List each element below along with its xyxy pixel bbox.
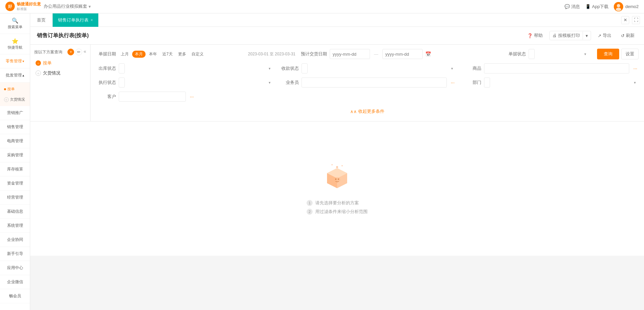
print-label: 按模板打印 [558, 33, 580, 38]
orders-icon [4, 88, 6, 90]
sidebar-item-quick-nav[interactable]: ⭐ 快捷导航 [0, 34, 30, 54]
sidebar-item-appstore[interactable]: 应用中心 [0, 261, 30, 275]
collapse-sidebar-button[interactable]: « [84, 49, 86, 55]
salesperson-input[interactable] [302, 78, 447, 88]
date-tab-more[interactable]: 更多 [176, 51, 188, 58]
expand-tab-button[interactable]: ⛶ [632, 16, 640, 24]
filter-sidebar-title: 按以下方案查询 [34, 49, 62, 55]
empty-steps: 1 请先选择要分析的方案 2 用过滤条件来缩小分析范围 [307, 200, 368, 217]
add-scheme-button[interactable]: + [67, 49, 74, 55]
sidebar-purchase-label: 采购管理 [1, 152, 29, 158]
sidebar-item-system[interactable]: 系统管理 [0, 219, 30, 233]
sidebar-item-ecommerce[interactable]: 电商管理 [0, 134, 30, 148]
filter-main: 单据日期 上月 本月 本年 近7天 更多 自定义 2023-03-01 至 20… [91, 45, 644, 121]
user-menu[interactable]: demo2 [614, 2, 639, 11]
sidebar-item-wechat[interactable]: 企业微信 [0, 275, 30, 289]
sidebar-item-member[interactable]: 畅会员 [0, 289, 30, 303]
help-button[interactable]: ❓ 帮助 [525, 31, 545, 40]
sidebar-collab-label: 企业协同 [1, 237, 29, 243]
filter-sidebar: 按以下方案查询 + ✏ « [30, 45, 91, 121]
expected-date-to-input[interactable] [382, 49, 423, 59]
refresh-button[interactable]: ↺ 刷新 [618, 31, 637, 40]
sidebar-item-sales[interactable]: 销售管理 [0, 120, 30, 134]
sidebar-item-operations[interactable]: 经营管理 [0, 191, 30, 205]
sidebar-retail-label: 零售管理 [6, 58, 22, 64]
date-tab-this-year[interactable]: 本年 [147, 51, 159, 58]
salesperson-more-button[interactable]: ··· [449, 80, 456, 85]
calendar-icon[interactable]: 📅 [425, 51, 431, 57]
sidebar-item-finance[interactable]: 资金管理 [0, 176, 30, 191]
sidebar-item-purchase[interactable]: 采购管理 [0, 148, 30, 162]
scheme-item-shortage[interactable]: ○ 欠货情况 [34, 68, 86, 78]
svg-point-9 [341, 165, 343, 166]
sidebar-sub-item-orders[interactable]: 按单 [0, 84, 30, 94]
sidebar-finance-label: 资金管理 [1, 180, 29, 186]
query-button[interactable]: 查询 [597, 49, 619, 59]
close-all-tabs-button[interactable]: ✕ [621, 16, 629, 24]
execution-status-select[interactable] [119, 78, 125, 88]
date-tabs-group: 上月 本月 本年 近7天 更多 自定义 [119, 51, 245, 58]
salesperson-field: 业务员 ··· [279, 78, 456, 88]
date-tab-this-month[interactable]: 本月 [132, 51, 146, 58]
expand-icon: ⛶ [634, 17, 638, 22]
step-2-num: 2 [307, 209, 313, 215]
shortage-icon: ○ [4, 97, 9, 102]
status-select[interactable] [529, 49, 535, 59]
product-input[interactable] [484, 63, 629, 73]
sidebar-item-wholesale[interactable]: 批发管理 ▴ [0, 68, 30, 83]
settings-button[interactable]: 设置 [621, 49, 639, 59]
app-download-button[interactable]: 📱 App下载 [585, 4, 608, 10]
empty-step-1: 1 请先选择要分析的方案 [307, 200, 368, 206]
app-download-label: App下载 [592, 4, 608, 10]
delivery-status-select[interactable] [119, 63, 125, 73]
expected-date-field: 预计交货日期 — 📅 [301, 49, 500, 59]
print-button[interactable]: 🖨 按模板打印 [550, 31, 583, 40]
sidebar-item-retail[interactable]: 零售管理 ▾ [0, 54, 30, 68]
edit-scheme-button[interactable]: ✏ [75, 49, 82, 55]
scheme-item-orders[interactable]: ○ 按单 [34, 58, 86, 68]
refresh-icon: ↺ [621, 33, 625, 38]
sidebar-sub-item-shortage[interactable]: ○ 欠货情况 [0, 94, 30, 105]
status-label: 单据状态 [506, 51, 526, 57]
message-button[interactable]: 💬 消息 [565, 4, 580, 10]
product-label: 商品 [461, 65, 481, 71]
sidebar-item-inventory[interactable]: 库存核算 [0, 162, 30, 176]
product-more-button[interactable]: ··· [632, 66, 639, 71]
sidebar-item-search[interactable]: 🔍 搜索菜单 [0, 13, 30, 34]
sidebar-marketing-label: 营销推广 [1, 110, 29, 116]
print-dropdown-button[interactable]: ▾ [583, 32, 591, 40]
date-tab-custom[interactable]: 自定义 [190, 51, 206, 58]
export-button[interactable]: ↗ 导出 [595, 31, 614, 40]
filter-row-4: 客户 ··· [96, 92, 639, 102]
department-select[interactable] [484, 78, 490, 88]
export-label: 导出 [603, 33, 611, 39]
message-label: 消息 [571, 4, 580, 10]
customer-input[interactable] [119, 92, 186, 102]
sidebar-wholesale-label: 批发管理 [6, 72, 22, 78]
app-download-icon: 📱 [585, 4, 591, 9]
collapse-conditions-button[interactable]: ∧∧ 收起更多条件 [350, 108, 384, 114]
date-tab-last-month[interactable]: 上月 [119, 51, 131, 58]
edit-scheme-icon: ✏ [77, 50, 80, 54]
tab-home[interactable]: 首页 [30, 13, 53, 27]
tab-close-icon[interactable]: × [91, 18, 93, 22]
svg-point-2 [616, 8, 621, 11]
scheme-filled-icon: ○ [36, 60, 41, 66]
sidebar-wechat-label: 企业微信 [1, 279, 29, 285]
avatar [614, 2, 623, 11]
sidebar-item-collab[interactable]: 企业协同 [0, 233, 30, 247]
date-tab-7days[interactable]: 近7天 [160, 51, 175, 58]
tab-sales-orders[interactable]: 销售订单执行表 × [53, 13, 99, 27]
customer-more-button[interactable]: ··· [189, 94, 195, 99]
sidebar-item-marketing[interactable]: 营销推广 [0, 106, 30, 120]
print-button-group: 🖨 按模板打印 ▾ [549, 31, 591, 40]
sidebar-item-basic[interactable]: 基础信息 [0, 205, 30, 219]
breadcrumb-arrow[interactable]: ▾ [89, 4, 91, 9]
payment-status-select[interactable] [302, 63, 308, 73]
step-2-text: 用过滤条件来缩小分析范围 [315, 209, 368, 215]
expected-date-from-input[interactable] [330, 49, 370, 59]
delivery-status-field: 出库状态 [96, 63, 273, 73]
customer-label: 客户 [96, 94, 116, 100]
sidebar-item-guide[interactable]: 新手引导 [0, 247, 30, 261]
shortage-label: 欠货情况 [10, 97, 25, 102]
